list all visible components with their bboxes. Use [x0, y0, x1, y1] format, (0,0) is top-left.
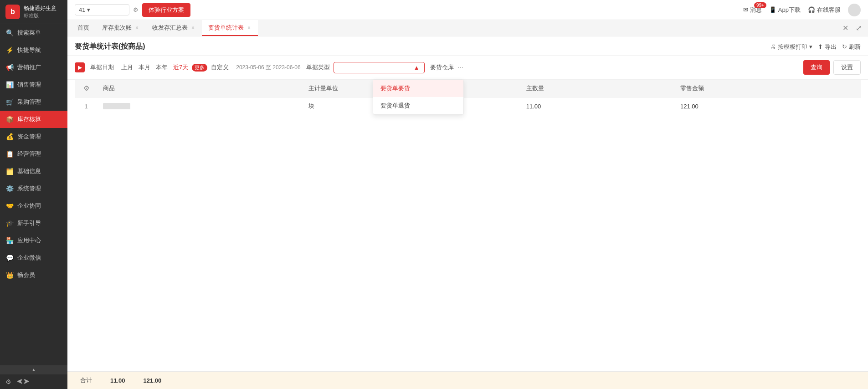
- last-7-days-btn[interactable]: 近7天: [171, 62, 190, 72]
- sales-icon: 📊: [5, 81, 14, 88]
- row-no: 1: [75, 97, 98, 115]
- settings-bottom-icon[interactable]: ⚙: [5, 378, 11, 385]
- sidebar-item-label-shortcut: 快捷导航: [17, 46, 41, 54]
- inventory-icon: 📦: [5, 116, 14, 123]
- sidebar-item-sales[interactable]: 📊 销售管理: [0, 76, 67, 93]
- table-wrap: ⚙ 商品 主计量单位 主数量 零售金额 1 块 11.00 121.00: [67, 80, 868, 371]
- sidebar-item-label-enterprise: 企业协同: [17, 202, 41, 210]
- print-arrow: ▾: [809, 43, 812, 50]
- close-tab-inventory-batch[interactable]: ×: [134, 25, 139, 31]
- this-year-btn[interactable]: 本年: [154, 62, 169, 72]
- messages-btn[interactable]: ✉ 消息 99+: [743, 6, 762, 14]
- sidebar-item-marketing[interactable]: 📢 营销推广: [0, 59, 67, 76]
- sidebar-item-label-appstore: 应用中心: [17, 236, 41, 245]
- tab-requisition-stats[interactable]: 要货单统计表×: [202, 20, 258, 36]
- sidebar-item-search[interactable]: 🔍 搜索菜单: [0, 24, 67, 41]
- customer-service-icon: 🎧: [808, 6, 815, 13]
- tab-controls: ✕ ⤢: [840, 20, 864, 36]
- export-btn[interactable]: ⬆ 导出: [818, 43, 837, 51]
- print-btn[interactable]: 🖨 按模板打印 ▾: [770, 43, 812, 51]
- this-month-btn[interactable]: 本月: [137, 62, 152, 72]
- collapse-icon[interactable]: ⮜⮞: [17, 378, 30, 385]
- maximize-tab-btn[interactable]: ⤢: [853, 22, 864, 34]
- table-settings-icon[interactable]: ⚙: [83, 84, 89, 92]
- sidebar-item-guide[interactable]: 🎓 新手引导: [0, 215, 67, 232]
- marketing-icon: 📢: [5, 64, 14, 71]
- sidebar-item-appstore[interactable]: 🏪 应用中心: [0, 232, 67, 249]
- tab-home[interactable]: 首页: [71, 20, 96, 36]
- messages-badge: 99+: [754, 2, 766, 8]
- data-table: ⚙ 商品 主计量单位 主数量 零售金额 1 块 11.00 121.00: [75, 80, 861, 115]
- last-month-btn[interactable]: 上月: [119, 62, 135, 72]
- sidebar-item-label-sales: 销售管理: [17, 81, 41, 89]
- sidebar-item-enterprise[interactable]: 🤝 企业协同: [0, 197, 67, 215]
- app-download-icon: 📱: [769, 6, 776, 13]
- query-btn[interactable]: 查询: [803, 60, 830, 75]
- date-filter-label: 单据日期: [90, 63, 114, 72]
- row-amount: 121.00: [675, 97, 861, 115]
- filter-settings-btn[interactable]: 设置: [833, 60, 861, 75]
- sidebar-item-finance[interactable]: 💰 资金管理: [0, 128, 67, 145]
- customer-service-btn[interactable]: 🎧 在线客服: [808, 6, 841, 14]
- dropdown-item-requisition-return[interactable]: 要货单退货: [373, 97, 463, 114]
- filter-expand-btn[interactable]: ▶: [75, 62, 85, 72]
- sidebar-scroll-down[interactable]: ▲: [0, 365, 67, 374]
- app-download-btn[interactable]: 📱 App下载: [769, 6, 801, 14]
- close-tab-receivables[interactable]: ×: [190, 25, 195, 31]
- table-header-row: ⚙ 商品 主计量单位 主数量 零售金额: [75, 80, 861, 97]
- sidebar-item-label-operations: 经营管理: [17, 150, 41, 158]
- refresh-btn[interactable]: ↻ 刷新: [842, 43, 861, 51]
- sidebar-item-shortcut[interactable]: ⚡ 快捷导航: [0, 41, 67, 59]
- row-qty: 11.00: [521, 97, 675, 115]
- sidebar-item-member[interactable]: 👑 畅会员: [0, 266, 67, 284]
- sidebar-item-system[interactable]: ⚙️ 系统管理: [0, 180, 67, 197]
- warehouse-filter-label: 要货仓库: [430, 63, 454, 72]
- sidebar-item-label-inventory: 库存核算: [17, 115, 41, 123]
- warehouse-filter-section: 要货仓库 ···: [430, 63, 463, 72]
- tab-label-receivables: 收发存汇总表: [152, 24, 188, 32]
- sidebar-logo: b 畅捷通好生意 标准版: [0, 0, 67, 24]
- tabs-container: 首页库存批次账×收发存汇总表×要货单统计表×: [71, 20, 258, 36]
- sidebar-item-purchase[interactable]: 🛒 采购管理: [0, 93, 67, 111]
- tabbar: 首页库存批次账×收发存汇总表×要货单统计表× ✕ ⤢: [67, 20, 868, 36]
- sidebar-item-operations[interactable]: 📋 经营管理: [0, 145, 67, 163]
- sidebar-bottom: ⚙ ⮜⮞: [0, 374, 67, 389]
- custom-date-btn[interactable]: 自定义: [209, 62, 231, 72]
- topbar-right: ✉ 消息 99+ 📱 App下载 🎧 在线客服: [743, 4, 861, 16]
- type-dropdown[interactable]: ▲: [334, 62, 425, 73]
- user-avatar[interactable]: [848, 4, 861, 16]
- basic-icon: 🗂️: [5, 168, 14, 175]
- close-tab-btn[interactable]: ✕: [840, 22, 851, 34]
- dropdown-item-requisition-order[interactable]: 要货单要货: [373, 80, 463, 97]
- sidebar-item-label-wechat: 企业微信: [17, 254, 41, 262]
- app-logo-icon: b: [5, 5, 20, 19]
- search-icon: 🔍: [5, 29, 14, 36]
- customer-service-label: 在线客服: [817, 6, 841, 14]
- settings-icon-topbar[interactable]: ⚙: [133, 6, 139, 13]
- table-col-qty: 主数量: [521, 80, 675, 97]
- store-selector[interactable]: 41 ▾: [75, 4, 129, 15]
- export-icon: ⬆: [818, 43, 823, 50]
- table-footer: 合计 11.00 121.00: [67, 371, 868, 389]
- sidebar-item-basic[interactable]: 🗂️ 基础信息: [0, 163, 67, 180]
- shortcut-icon: ⚡: [5, 46, 14, 54]
- tab-receivables[interactable]: 收发存汇总表×: [146, 20, 202, 36]
- purchase-icon: 🛒: [5, 98, 14, 106]
- close-tab-requisition-stats[interactable]: ×: [247, 25, 252, 31]
- sidebar-item-inventory[interactable]: 📦 库存核算: [0, 111, 67, 128]
- type-filter-label: 单据类型: [306, 63, 330, 72]
- type-dropdown-arrow: ▲: [414, 64, 420, 71]
- warehouse-dots[interactable]: ···: [457, 63, 463, 72]
- filter-bar: ▶ 单据日期 上月 本月 本年 近7天 更多 自定义 2023-05-06 至 …: [67, 56, 868, 80]
- topbar: 41 ▾ ⚙ 体验行业方案 ✉ 消息 99+ 📱 App下载 🎧 在线客服: [67, 0, 868, 20]
- more-date-badge[interactable]: 更多: [192, 64, 207, 72]
- trial-btn[interactable]: 体验行业方案: [142, 3, 190, 17]
- type-dropdown-menu: 要货单要货要货单退货: [373, 79, 464, 115]
- date-range: 2023-05-06 至 2023-06-06: [236, 64, 300, 72]
- refresh-label: 刷新: [849, 43, 861, 51]
- table-body: 1 块 11.00 121.00: [75, 97, 861, 115]
- sidebar-item-wechat[interactable]: 💬 企业微信: [0, 249, 67, 266]
- sidebar-item-label-purchase: 采购管理: [17, 98, 41, 106]
- tab-inventory-batch[interactable]: 库存批次账×: [96, 20, 146, 36]
- footer-total-label: 合计: [80, 376, 92, 384]
